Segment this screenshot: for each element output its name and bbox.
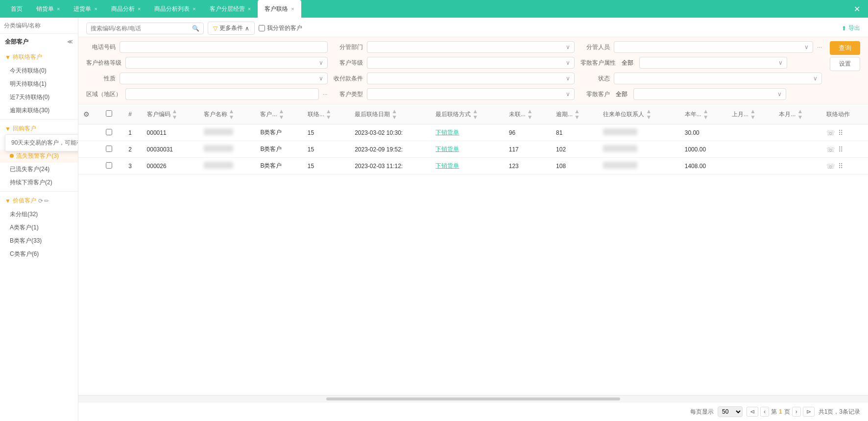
main-search-icon[interactable]: 🔍 (192, 25, 199, 32)
contact-icon[interactable]: ☏ (826, 162, 835, 170)
status-select[interactable]: ∨ (614, 73, 822, 84)
dept-select[interactable]: ∨ (367, 41, 575, 53)
select-all-checkbox[interactable] (106, 110, 112, 117)
sidebar-item-class-b[interactable]: B类客户(33) (0, 234, 78, 248)
prev-page-button[interactable]: ‹ (760, 407, 769, 417)
value-group-edit-icon[interactable]: ✏ (44, 198, 49, 204)
customer-level-select[interactable]: ∨ (367, 57, 575, 69)
export-button[interactable]: ⬆ 导出 (842, 24, 860, 32)
col-contacts[interactable]: 联络... ▲▼ (303, 104, 350, 124)
sidebar-item-churned[interactable]: 已流失客户(24) (0, 163, 78, 176)
last-way-link[interactable]: 下销货单 (435, 162, 459, 169)
row-checkbox[interactable] (106, 146, 112, 152)
row-checkbox-cell[interactable] (101, 158, 123, 174)
contact-icon[interactable]: ☏ (826, 129, 835, 137)
app-close-button[interactable]: ✕ (850, 4, 864, 14)
col-last-month[interactable]: 上月... ▲▼ (727, 104, 774, 124)
row-last-way-cell[interactable]: 下销货单 (431, 141, 504, 158)
region-input[interactable] (125, 88, 319, 100)
row-checkbox[interactable] (106, 162, 112, 169)
price-level-select[interactable]: ∨ (125, 57, 328, 69)
sidebar-item-overdue[interactable]: 逾期未联络(30) (0, 104, 78, 117)
tab-home[interactable]: 首页 (4, 0, 29, 18)
col-this-month[interactable]: 本月... ▲▼ (774, 104, 821, 124)
tab-close-purchase-order[interactable]: × (94, 6, 97, 12)
manager-select[interactable]: ∨ (614, 41, 813, 53)
payment-select[interactable]: ∨ (367, 73, 575, 84)
tab-close-sales-order[interactable]: × (57, 6, 60, 12)
col-name[interactable]: 客户名称 ▲▼ (199, 104, 256, 124)
main-search-input[interactable] (91, 25, 192, 32)
horizontal-scrollbar[interactable] (78, 395, 868, 402)
tab-product-analysis-list[interactable]: 商品分析列表 × (147, 0, 202, 18)
col-last-contact-way[interactable]: 最后联络方式 ▲▼ (431, 104, 504, 124)
more-conditions-button[interactable]: ▽ 更多条件 ∧ (208, 22, 255, 35)
last-way-link[interactable]: 下销货单 (435, 146, 459, 152)
filter-field-manager: 分管人员 ∨ ··· (580, 41, 822, 53)
settings-button[interactable]: 设置 (830, 57, 860, 71)
more-actions-icon[interactable]: ⠿ (838, 162, 843, 170)
col-type[interactable]: 客户... ▲▼ (255, 104, 302, 124)
manager-more-icon[interactable]: ··· (817, 44, 822, 50)
gender-select[interactable]: ∨ (120, 73, 328, 84)
row-last-way-cell[interactable]: 下销货单 (431, 158, 504, 174)
col-overdue[interactable]: 逾期... ▲▼ (551, 104, 598, 124)
tab-customer-tier[interactable]: 客户分层经营 × (203, 0, 258, 18)
tab-close-product-analysis-list[interactable]: × (193, 6, 195, 12)
sidebar-item-today[interactable]: 今天待联络(0) (0, 64, 78, 77)
filter-field-zero-customer: 零散客户 全部 ∨ (580, 88, 822, 100)
tab-sales-order[interactable]: 销货单 × (29, 0, 67, 18)
row-name-cell (199, 124, 256, 141)
row-checkbox[interactable] (106, 129, 112, 135)
col-code[interactable]: 客户编码 ▲▼ (142, 104, 199, 124)
col-checkbox[interactable] (101, 104, 123, 124)
sidebar-group-repurchase-title[interactable]: ▼ 回购客户 (0, 122, 78, 136)
sidebar-item-declining[interactable]: 持续下滑客户(2) (0, 176, 78, 189)
my-customers-check[interactable] (259, 25, 265, 31)
sidebar-item-class-c[interactable]: C类客户(6) (0, 248, 78, 261)
region-more-icon[interactable]: ··· (323, 91, 328, 98)
tab-customer-contact[interactable]: 客户联络 × (258, 0, 301, 18)
col-last-contact-date[interactable]: 最后联络日期 ▲▼ (350, 104, 431, 124)
tab-product-analysis[interactable]: 商品分析 × (104, 0, 147, 18)
sidebar-item-ungrouped[interactable]: 未分组(32) (0, 208, 78, 221)
row-checkbox-cell[interactable] (101, 124, 123, 141)
sidebar-group-value-title[interactable]: ▼ 价值客户 ⟳ ✏ (0, 194, 78, 208)
per-page-select[interactable]: 50 100 200 (718, 406, 743, 417)
first-page-button[interactable]: ⊲ (747, 407, 758, 417)
sidebar-all-customers[interactable]: 全部客户 ≪ (0, 34, 78, 50)
phone-input[interactable] (120, 41, 328, 53)
next-page-button[interactable]: › (792, 407, 801, 417)
my-customers-checkbox[interactable]: 我分管的客户 (259, 24, 302, 32)
col-settings[interactable]: ⚙ (78, 104, 101, 124)
sidebar-item-class-a[interactable]: A类客户(1) (0, 221, 78, 234)
zero-customer-select[interactable]: ∨ (633, 88, 786, 100)
scrollbar-thumb[interactable] (326, 397, 620, 400)
table-settings-icon[interactable]: ⚙ (83, 110, 90, 118)
tab-purchase-order[interactable]: 进货单 × (67, 0, 104, 18)
col-unit-contacts[interactable]: 往来单位联系人 ▲▼ (598, 104, 679, 124)
last-way-link[interactable]: 下销货单 (435, 129, 459, 136)
sidebar-group-pending-title[interactable]: ▼ 待联络客户 (0, 50, 78, 64)
zero-attr-select[interactable]: ∨ (639, 57, 787, 69)
tab-close-product-analysis[interactable]: × (138, 6, 141, 12)
tab-close-customer-tier[interactable]: × (248, 6, 251, 12)
more-actions-icon[interactable]: ⠿ (838, 146, 843, 153)
last-page-button[interactable]: ⊳ (803, 407, 815, 417)
col-this-year[interactable]: 本年... ▲▼ (680, 104, 727, 124)
sidebar-item-7days[interactable]: 近7天待联络(0) (0, 91, 78, 104)
col-no-contact[interactable]: 未联... ▲▼ (504, 104, 551, 124)
tab-close-customer-contact[interactable]: × (291, 6, 294, 12)
sidebar-item-tomorrow[interactable]: 明天待联络(1) (0, 77, 78, 91)
sidebar-search-input[interactable] (4, 22, 77, 29)
value-group-settings-icon[interactable]: ⟳ (38, 198, 43, 204)
contact-icon[interactable]: ☏ (826, 146, 835, 153)
row-checkbox-cell[interactable] (101, 141, 123, 158)
sidebar-item-churn-warning[interactable]: 流失预警客户(3) (0, 149, 78, 163)
customer-type-select[interactable]: ∨ (367, 88, 575, 100)
sort-arrows-overdue: ▲▼ (574, 108, 580, 120)
more-actions-icon[interactable]: ⠿ (838, 129, 843, 137)
row-last-way-cell[interactable]: 下销货单 (431, 124, 504, 141)
query-button[interactable]: 查询 (830, 41, 860, 55)
filter-field-customer-type: 客户类型 ∨ (334, 88, 575, 100)
